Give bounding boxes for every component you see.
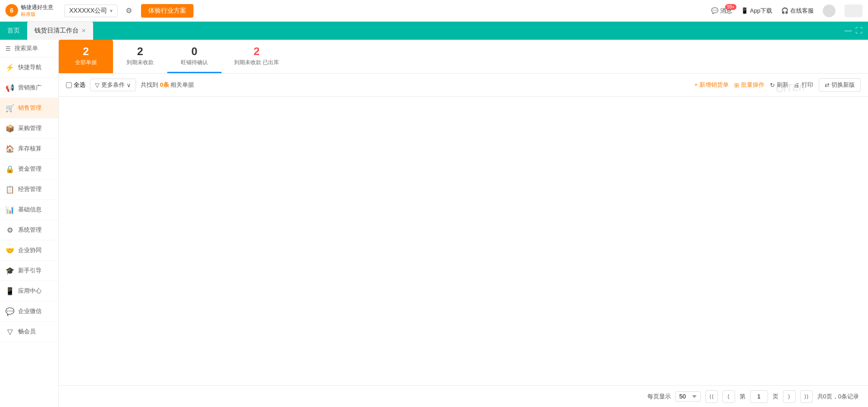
sidebar-item-quick-nav[interactable]: ⚡ 快捷导航 — [0, 57, 58, 78]
member-icon: ▽ — [5, 327, 14, 336]
stats-label-wangpu: 旺铺待确认 — [181, 59, 208, 66]
stats-count-wangpu: 0 — [191, 45, 197, 58]
add-sale-order-btn[interactable]: + 新增销货单 — [694, 81, 729, 89]
marketing-icon: 📢 — [5, 83, 14, 92]
logo-area: 6 畅捷通好生意 标准版 — [5, 4, 64, 18]
service-icon: 🎧 — [781, 7, 788, 14]
stats-tab-wangpu[interactable]: 0 旺铺待确认 — [167, 40, 222, 73]
stats-label-shipped: 到期未收款 已出库 — [234, 59, 279, 66]
found-count: 0条 — [160, 81, 169, 88]
toolbar-left: 全选 ▽ 更多条件 ∨ 共找到 0条 相关单据 — [66, 79, 689, 91]
pagination-bar: 每页显示 50 100 200 ⟨⟨ ⟨ 第 页 ⟩ ⟩⟩ 共0页，0条记录 — [59, 385, 868, 407]
window-minimize-btn[interactable]: — — [844, 27, 852, 35]
logo-title: 畅捷通好生意 — [21, 4, 53, 11]
purchase-icon: 📦 — [5, 124, 14, 133]
page-label: 第 — [740, 393, 745, 401]
found-text: 共找到 0条 相关单据 — [141, 81, 194, 89]
filter-icon: ▽ — [95, 82, 99, 89]
user-menu[interactable] — [844, 5, 863, 17]
sidebar-search[interactable]: ☰ 搜索菜单 — [0, 40, 58, 57]
sidebar-item-purchase-mgmt[interactable]: 📦 采购管理 — [0, 118, 58, 139]
stats-count-shipped: 2 — [254, 45, 259, 58]
quick-nav-icon: ⚡ — [5, 63, 14, 72]
page-input[interactable] — [750, 390, 768, 403]
sidebar-item-base-info[interactable]: 📊 基础信息 — [0, 200, 58, 220]
stats-tab-all[interactable]: 2 全部单据 — [59, 40, 113, 73]
experience-btn[interactable]: 体验行业方案 — [141, 4, 193, 18]
sidebar-item-system-mgmt[interactable]: ⚙ 系统管理 — [0, 220, 58, 240]
logo-icon: 6 — [5, 4, 18, 17]
content-area: 2 全部单据 2 到期未收款 0 旺铺待确认 2 到期未收款 已出库 全选 — [59, 40, 868, 407]
batch-op-btn[interactable]: ⊞ 批量操作 — [734, 81, 764, 89]
base-info-icon: 📊 — [5, 205, 14, 214]
print-icon: 🖨 — [794, 82, 800, 89]
stats-label-overdue: 到期未收款 — [127, 59, 154, 66]
sidebar-item-guide[interactable]: 🎓 新手引导 — [0, 261, 58, 281]
stats-tab-shipped[interactable]: 2 到期未收款 已出库 — [222, 40, 292, 73]
settings-button[interactable]: ⚙ — [122, 4, 136, 18]
switch-version-btn[interactable]: ⇄ 切换新版 — [819, 78, 861, 92]
total-info: 共0页，0条记录 — [817, 393, 859, 401]
message-icon: 💬 — [711, 7, 718, 14]
online-service-label: 在线客服 — [790, 7, 814, 15]
online-service-btn[interactable]: 🎧 在线客服 — [781, 7, 814, 15]
operations-icon: 📋 — [5, 185, 14, 194]
company-dropdown-arrow: ▾ — [110, 8, 113, 14]
stats-tab-overdue[interactable]: 2 到期未收款 — [113, 40, 167, 73]
page-next-btn[interactable]: ⟩ — [783, 390, 796, 403]
stats-count-all: 2 — [83, 45, 89, 58]
sidebar-item-finance[interactable]: 🔒 资金管理 — [0, 159, 58, 179]
sidebar-item-inventory[interactable]: 🏠 库存核算 — [0, 139, 58, 159]
search-icon: ☰ — [5, 45, 11, 52]
select-all-input[interactable] — [66, 82, 72, 88]
top-header: 6 畅捷通好生意 标准版 XXXXXX公司 ▾ ⚙ 体验行业方案 💬 消息 99… — [0, 0, 868, 22]
filter-btn[interactable]: ▽ 更多条件 ∨ — [90, 79, 136, 91]
company-selector[interactable]: XXXXXX公司 ▾ — [64, 5, 118, 17]
app-center-icon: 📱 — [5, 286, 14, 295]
filter-dropdown-icon: ∨ — [127, 82, 131, 89]
refresh-icon: ↻ — [770, 82, 775, 89]
finance-icon: 🔒 — [5, 164, 14, 173]
message-btn[interactable]: 💬 消息 99+ — [711, 7, 732, 15]
refresh-btn[interactable]: ↻ 刷新 — [770, 81, 788, 89]
sidebar-item-app-center[interactable]: 📱 应用中心 — [0, 281, 58, 301]
main-layout: ☰ 搜索菜单 ⚡ 快捷导航 📢 营销推广 🛒 销售管理 📦 采购管理 🏠 库存核… — [0, 40, 868, 407]
page-suffix: 页 — [773, 393, 778, 401]
tab-home[interactable]: 首页 — [0, 22, 27, 40]
page-last-btn[interactable]: ⟩⟩ — [800, 390, 813, 403]
app-download-icon: 📱 — [741, 7, 748, 14]
batch-icon: ⊞ — [734, 82, 739, 89]
toolbar: 全选 ▽ 更多条件 ∨ 共找到 0条 相关单据 + 新增销货单 ⊞ 批量操作 — [59, 74, 868, 97]
sidebar-item-sales-mgmt[interactable]: 🛒 销售管理 — [0, 98, 58, 118]
page-prev-btn[interactable]: ⟨ — [722, 390, 735, 403]
toolbar-right: + 新增销货单 ⊞ 批量操作 ↻ 刷新 🖨 打印 ⇄ 切换新版 — [694, 78, 861, 92]
wechat-icon: 💬 — [5, 307, 14, 316]
sales-icon: 🛒 — [5, 103, 14, 112]
per-page-select[interactable]: 50 100 200 — [675, 391, 701, 402]
stats-label-all: 全部单据 — [75, 59, 97, 66]
inventory-icon: 🏠 — [5, 144, 14, 153]
app-download-label: App下载 — [750, 7, 772, 15]
sidebar-item-marketing[interactable]: 📢 营销推广 — [0, 78, 58, 98]
system-icon: ⚙ — [5, 225, 14, 234]
tab-close-icon[interactable]: ✕ — [81, 28, 86, 34]
avatar[interactable] — [823, 5, 835, 17]
sidebar-item-operations[interactable]: 📋 经营管理 — [0, 179, 58, 200]
sidebar-item-corp-collab[interactable]: 🤝 企业协同 — [0, 240, 58, 261]
select-all-checkbox[interactable]: 全选 — [66, 81, 85, 89]
header-right: 💬 消息 99+ 📱 App下载 🎧 在线客服 — [711, 5, 863, 17]
window-expand-btn[interactable]: ⛶ — [855, 27, 863, 35]
per-page-label: 每页显示 — [647, 393, 671, 401]
message-badge: 99+ — [725, 4, 736, 10]
print-btn[interactable]: 🖨 打印 — [794, 81, 813, 89]
sidebar-item-member[interactable]: ▽ 畅会员 — [0, 322, 58, 342]
collab-icon: 🤝 — [5, 246, 14, 255]
app-download-btn[interactable]: 📱 App下载 — [741, 7, 772, 15]
sidebar-item-corp-wechat[interactable]: 💬 企业微信 — [0, 301, 58, 322]
tab-daily-work[interactable]: 钱货日清工作台 ✕ — [27, 22, 93, 40]
stats-count-overdue: 2 — [137, 45, 143, 58]
switch-icon: ⇄ — [825, 82, 830, 89]
table-area — [59, 97, 868, 385]
window-controls: — ⛶ — [844, 27, 868, 35]
page-first-btn[interactable]: ⟨⟨ — [705, 390, 718, 403]
